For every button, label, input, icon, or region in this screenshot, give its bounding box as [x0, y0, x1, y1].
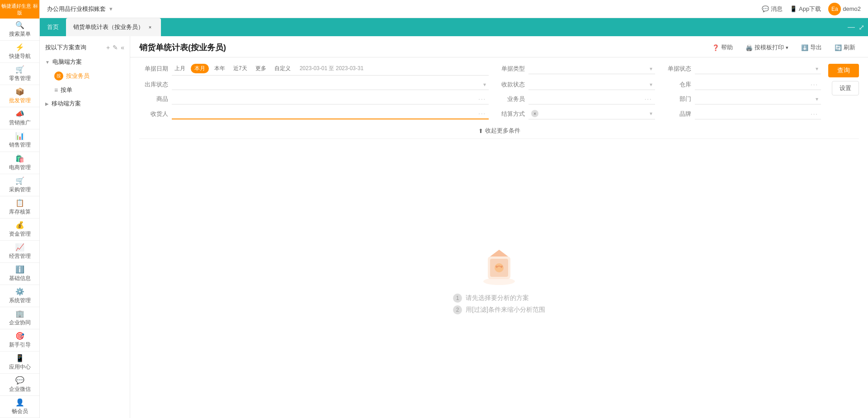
- filter-row-4: 收货人 ··· 结算方式 ×: [139, 108, 821, 119]
- sidebar-item-operations[interactable]: 📈 经营管理: [0, 241, 39, 263]
- template-print-btn[interactable]: 🖨️ 按模板打印 ▾: [742, 42, 792, 53]
- sidebar-logo: 畅捷通好生意 标版: [0, 0, 39, 19]
- refresh-btn[interactable]: 🔄 刷新: [831, 42, 859, 53]
- operations-icon: 📈: [15, 243, 24, 252]
- hint-text-2: 用[过滤]条件来缩小分析范围: [466, 306, 545, 314]
- date-tab-7days[interactable]: 近7天: [231, 64, 250, 73]
- app-icon: 📱: [790, 5, 797, 12]
- help-btn[interactable]: ❓ 帮助: [708, 42, 736, 53]
- sidebar-item-wholesale[interactable]: 📦 批发管理: [0, 85, 39, 107]
- member-icon: 👤: [15, 398, 24, 407]
- warehouse-label: 仓库: [662, 81, 695, 89]
- message-btn[interactable]: 💬 消息: [762, 5, 783, 13]
- sidebar: 畅捷通好生意 标版 🔍 搜索菜单 ⚡ 快捷导航 🛒 零售管理 📦 批发管理 📣 …: [0, 0, 40, 418]
- sidebar-item-wechat[interactable]: 💬 企业微信: [0, 374, 39, 396]
- settlement-dropdown-icon[interactable]: ▾: [650, 110, 652, 117]
- help-label: 帮助: [721, 43, 733, 52]
- collapse-label: 收起更多条件: [485, 127, 520, 135]
- brand-dots[interactable]: ···: [811, 110, 818, 117]
- tab-close-icon[interactable]: ×: [146, 24, 154, 31]
- filter-doc-type-col: 单据类型 ▾: [496, 64, 655, 74]
- sidebar-item-purchase[interactable]: 🛒 采购管理: [0, 174, 39, 196]
- user-profile[interactable]: Ea demo2: [828, 3, 861, 15]
- doc-status-dropdown-icon[interactable]: ▾: [816, 66, 818, 72]
- tab-home[interactable]: 首页: [40, 18, 66, 36]
- search-icon: 🔍: [15, 21, 24, 29]
- sidebar-item-basicinfo[interactable]: ℹ️ 基础信息: [0, 263, 39, 285]
- date-tab-last-month[interactable]: 上月: [172, 64, 188, 73]
- svg-point-5: [495, 266, 497, 267]
- dept-label: 部门: [662, 95, 695, 103]
- out-status-dropdown-icon[interactable]: ▾: [483, 81, 486, 88]
- app-download-btn[interactable]: 📱 App下载: [790, 5, 821, 13]
- query-button[interactable]: 查询: [828, 64, 859, 77]
- date-tab-more[interactable]: 更多: [253, 64, 269, 73]
- tree-item-by-salesperson[interactable]: 按 按业务员: [40, 69, 130, 83]
- sidebar-item-appcenter[interactable]: 📱 应用中心: [0, 352, 39, 374]
- sidebar-item-finance[interactable]: 💰 资金管理: [0, 218, 39, 241]
- sidebar-item-search[interactable]: 🔍 搜索菜单: [0, 19, 39, 41]
- sidebar-item-enterprise[interactable]: 🏢 企业协同: [0, 307, 39, 329]
- sidebar-item-label: 企业微信: [9, 385, 31, 393]
- collapse-filters-btn[interactable]: ⬆ 收起更多条件: [139, 123, 859, 139]
- doc-type-dropdown-icon[interactable]: ▾: [650, 66, 652, 72]
- collapse-arrow-icon: ⬆: [478, 128, 483, 134]
- collect-status-dropdown-icon[interactable]: ▾: [650, 81, 652, 88]
- tree-group-label: 移动端方案: [52, 100, 81, 108]
- date-tab-custom[interactable]: 自定义: [272, 64, 293, 73]
- sidebar-item-shortcut[interactable]: ⚡ 快捷导航: [0, 41, 39, 63]
- sidebar-item-label: 经营管理: [9, 252, 31, 260]
- tab-active[interactable]: 销货单统计表（按业务员） ×: [66, 18, 161, 36]
- ecommerce-icon: 🛍️: [15, 154, 24, 163]
- sidebar-item-label: 批发管理: [9, 97, 31, 104]
- sidebar-item-system[interactable]: ⚙️ 系统管理: [0, 285, 39, 307]
- doc-status-label: 单据状态: [662, 65, 695, 73]
- left-panel: 按以下方案查询 + ✎ « ▼ 电脑端方案 按 按业务员 ≡ 按单: [40, 36, 130, 418]
- sidebar-item-marketing[interactable]: 📣 营销推广: [0, 107, 39, 129]
- tree-group-desktop[interactable]: ▼ 电脑端方案: [40, 55, 130, 69]
- help-icon: ❓: [712, 44, 719, 51]
- settlement-clear-btn[interactable]: ×: [531, 110, 538, 117]
- message-label: 消息: [771, 5, 783, 13]
- topbar-dropdown-icon[interactable]: ▾: [109, 5, 113, 12]
- dept-dropdown-icon[interactable]: ▾: [816, 96, 818, 102]
- tree-item-by-order[interactable]: ≡ 按单: [40, 83, 130, 97]
- sidebar-item-label: 应用中心: [9, 363, 31, 371]
- sidebar-item-label: 销售管理: [9, 141, 31, 149]
- salesperson-label: 业务员: [496, 95, 528, 103]
- goods-dots[interactable]: ···: [478, 95, 486, 102]
- sidebar-item-newbie[interactable]: 🎯 新手引导: [0, 329, 39, 352]
- filter-main-area: 单据日期 上月 本月 本年 近7天 更多 自定义 2023-03-01 至 20…: [139, 62, 821, 123]
- filter-row-1: 单据日期 上月 本月 本年 近7天 更多 自定义 2023-03-01 至 20…: [139, 62, 821, 76]
- sidebar-item-sales[interactable]: 📊 销售管理: [0, 129, 39, 152]
- edit-scheme-btn[interactable]: ✎: [113, 44, 118, 51]
- icon-text: 按: [57, 73, 61, 79]
- setting-button[interactable]: 设置: [832, 81, 859, 95]
- export-btn[interactable]: ⬇️ 导出: [797, 42, 826, 53]
- warehouse-dots[interactable]: ···: [811, 81, 818, 88]
- salesperson-dots[interactable]: ···: [645, 95, 652, 102]
- consignee-label: 收货人: [139, 110, 172, 118]
- window-maximize-btn[interactable]: ⤢: [859, 23, 864, 32]
- sidebar-item-member[interactable]: 👤 畅会员: [0, 396, 39, 418]
- tab-home-label: 首页: [47, 23, 59, 31]
- empty-svg: [476, 243, 522, 288]
- consignee-dots[interactable]: ···: [478, 110, 486, 117]
- window-minimize-btn[interactable]: —: [848, 23, 855, 31]
- tree-collapse-icon: ▶: [45, 101, 49, 106]
- sidebar-item-retail[interactable]: 🛒 零售管理: [0, 63, 39, 85]
- sidebar-item-ecommerce[interactable]: 🛍️ 电商管理: [0, 152, 39, 174]
- print-dropdown-icon[interactable]: ▾: [786, 45, 788, 51]
- date-tab-this-month[interactable]: 本月: [191, 64, 209, 73]
- tree-group-label: 电脑端方案: [52, 58, 82, 66]
- svg-point-4: [495, 263, 504, 272]
- goods-label: 商品: [139, 95, 172, 103]
- filter-settlement-col: 结算方式 × ▾: [496, 108, 655, 119]
- collapse-panel-btn[interactable]: «: [121, 44, 124, 51]
- date-tab-this-year[interactable]: 本年: [212, 64, 228, 73]
- svg-point-6: [501, 266, 503, 267]
- add-scheme-btn[interactable]: +: [106, 44, 110, 51]
- shortcut-icon: ⚡: [15, 43, 24, 52]
- tree-group-mobile[interactable]: ▶ 移动端方案: [40, 97, 130, 110]
- sidebar-item-inventory[interactable]: 📋 库存核算: [0, 196, 39, 218]
